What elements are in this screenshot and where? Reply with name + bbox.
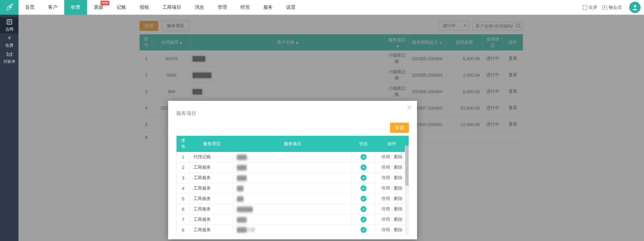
cell-type: 工商服务 (190, 194, 234, 204)
cell-type: 代理记账 (190, 152, 234, 162)
cell-actions: 停用|删除 (375, 183, 409, 194)
nav-item-7[interactable]: 消息 (188, 0, 211, 15)
disable-link[interactable]: 停用 (381, 227, 390, 233)
cell-proj: ███ (234, 162, 352, 173)
cell-actions: 停用|删除 (375, 194, 409, 204)
content-area: 新增 服务项目 进行中 序号合同编号◆客户名称◆服务项目◆服务期限起止▼合同金额… (18, 15, 644, 241)
left-sidebar: 合同¥收费对账单 (0, 15, 18, 241)
nav-item-1[interactable]: 客户 (41, 0, 64, 15)
status-ok-icon (361, 227, 367, 233)
sidebar-label: 合同 (5, 27, 13, 32)
modal-scrollbar-track[interactable] (405, 146, 409, 235)
modal-scrollbar-thumb[interactable] (405, 146, 409, 186)
cell-type: 工商服务 (190, 204, 234, 214)
cell-seq: 7 (177, 214, 190, 225)
status-ok-icon (361, 196, 367, 202)
delete-link[interactable]: 删除 (394, 227, 403, 233)
sidebar-item-2[interactable]: 对账单 (0, 50, 18, 66)
nav-item-2[interactable]: 收费 (64, 0, 87, 15)
cell-proj: █████ (234, 204, 352, 214)
nav-item-9[interactable]: 经营 (234, 0, 257, 15)
status-ok-icon (361, 216, 367, 223)
service-project-modal: ✕ 服务项目 新建 序号服务类型服务项目状态操作 1代理记账███1停用|删除2… (168, 101, 417, 239)
cell-proj: ███1 (234, 152, 352, 162)
disable-link[interactable]: 停用 (381, 164, 390, 170)
table-row: 7工商服务███停用|删除 (177, 214, 409, 225)
member-button[interactable]: 畅会员 (602, 4, 622, 10)
nav-items: 首页客户收费票据new记账报税工商项目消息管理经营服务设置 (18, 0, 582, 14)
cell-actions: 停用|删除 (375, 173, 409, 183)
modal-th-4: 操作 (375, 136, 409, 152)
svg-rect-0 (583, 5, 587, 9)
delete-link[interactable]: 删除 (394, 206, 403, 212)
delete-link[interactable]: 删除 (394, 164, 403, 170)
nav-item-0[interactable]: 首页 (18, 0, 41, 15)
app-logo[interactable] (0, 0, 18, 15)
status-ok-icon (361, 154, 367, 160)
status-ok-icon (361, 175, 367, 181)
disable-link[interactable]: 停用 (381, 216, 390, 223)
status-ok-icon (361, 206, 367, 212)
modal-new-button[interactable]: 新建 (390, 123, 409, 133)
nav-item-3[interactable]: 票据new (87, 0, 110, 15)
disable-link[interactable]: 停用 (381, 206, 390, 212)
cell-proj: ███ (234, 214, 352, 225)
delete-link[interactable]: 删除 (394, 196, 403, 202)
cell-type: 工商服务 (190, 225, 234, 235)
delete-link[interactable]: 删除 (394, 154, 403, 160)
status-ok-icon (361, 164, 367, 170)
table-row: 2工商服务███停用|删除 (177, 162, 409, 173)
fullscreen-button[interactable]: 全屏 (582, 4, 597, 10)
table-row: 8工商服务███注册停用|删除 (177, 225, 409, 235)
service-project-table: 序号服务类型服务项目状态操作 1代理记账███1停用|删除2工商服务███停用|… (176, 135, 409, 235)
table-row: 1代理记账███1停用|删除 (177, 152, 409, 162)
modal-toolbar: 新建 (176, 123, 409, 133)
modal-th-2: 服务项目 (234, 136, 352, 152)
table-row: 5工商服务██停用|删除 (177, 194, 409, 204)
close-icon: ✕ (407, 104, 412, 111)
modal-body: 服务项目 新建 序号服务类型服务项目状态操作 1代理记账███1停用|删除2工商… (168, 101, 417, 239)
cell-seq: 3 (177, 173, 190, 183)
table-row: 3工商服务███停用|删除 (177, 173, 409, 183)
cell-status (352, 225, 375, 235)
member-label: 畅会员 (609, 4, 622, 10)
cell-actions: 停用|删除 (375, 162, 409, 173)
sidebar-item-0[interactable]: 合同 (0, 17, 18, 34)
cell-type: 工商服务 (190, 183, 234, 194)
cell-seq: 5 (177, 194, 190, 204)
sidebar-icon (6, 51, 12, 58)
cell-status (352, 183, 375, 194)
nav-item-10[interactable]: 服务 (257, 0, 279, 15)
modal-close-button[interactable]: ✕ (407, 104, 412, 111)
cell-seq: 2 (177, 162, 190, 173)
cell-proj: ███ (234, 173, 352, 183)
delete-link[interactable]: 删除 (394, 175, 403, 181)
disable-link[interactable]: 停用 (381, 154, 390, 160)
nav-item-5[interactable]: 报税 (133, 0, 156, 15)
table-row: 4工商服务██停用|删除 (177, 183, 409, 194)
disable-link[interactable]: 停用 (381, 175, 390, 181)
nav-item-8[interactable]: 管理 (211, 0, 234, 15)
fullscreen-label: 全屏 (589, 4, 597, 10)
delete-link[interactable]: 删除 (394, 185, 403, 191)
modal-title: 服务项目 (176, 110, 409, 117)
cell-status (352, 204, 375, 214)
delete-link[interactable]: 删除 (394, 216, 403, 223)
sidebar-icon (6, 19, 12, 26)
cell-status (352, 152, 375, 162)
nav-item-6[interactable]: 工商项目 (156, 0, 188, 15)
modal-table-wrap: 序号服务类型服务项目状态操作 1代理记账███1停用|删除2工商服务███停用|… (176, 135, 409, 235)
user-avatar[interactable] (629, 2, 641, 13)
cell-actions: 停用|删除 (375, 214, 409, 225)
disable-link[interactable]: 停用 (381, 196, 390, 202)
cell-actions: 停用|删除 (375, 204, 409, 214)
disable-link[interactable]: 停用 (381, 185, 390, 191)
nav-item-4[interactable]: 记账 (110, 0, 133, 15)
status-ok-icon (361, 185, 367, 191)
nav-item-11[interactable]: 设置 (279, 0, 302, 15)
sidebar-item-1[interactable]: ¥收费 (0, 34, 18, 50)
cell-proj: ███注册 (234, 225, 352, 235)
svg-point-2 (634, 5, 636, 7)
new-badge: new (101, 1, 109, 5)
cell-actions: 停用|删除 (375, 152, 409, 162)
